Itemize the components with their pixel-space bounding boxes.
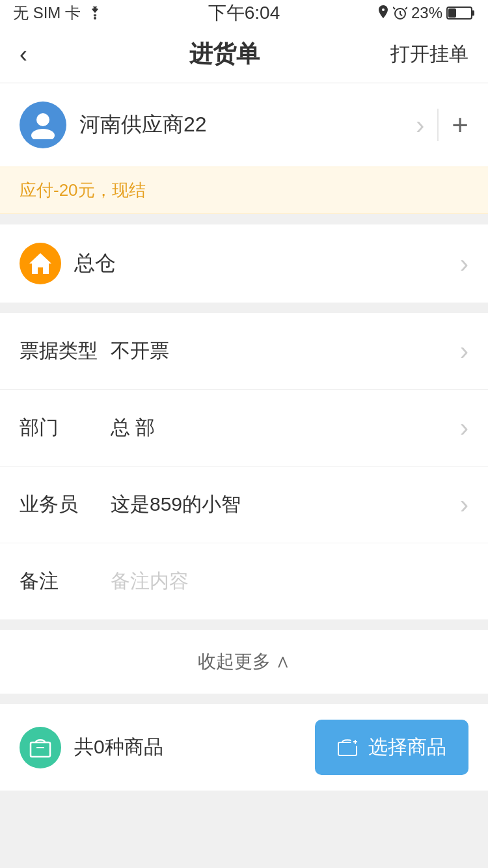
open-pending-button[interactable]: 打开挂单 [390, 41, 468, 68]
product-icon [20, 727, 61, 768]
supplier-name: 河南供应商22 [79, 111, 416, 139]
add-supplier-button[interactable]: + [452, 109, 468, 141]
select-cart-icon [337, 737, 360, 759]
house-icon [28, 252, 53, 275]
remark-label: 备注 [20, 568, 98, 595]
dept-value: 总 部 [98, 414, 460, 441]
svg-rect-6 [448, 8, 456, 18]
notice-text: 应付-20元，现结 [20, 180, 146, 200]
svg-rect-10 [31, 742, 50, 757]
status-bar-right: 23% [377, 4, 475, 22]
supplier-row[interactable]: 河南供应商22 + [0, 83, 488, 167]
supplier-section: 河南供应商22 + 应付-20元，现结 [0, 83, 488, 214]
supplier-avatar [20, 102, 66, 148]
svg-marker-9 [29, 253, 51, 274]
wifi-icon [86, 7, 104, 20]
alarm-icon [393, 6, 407, 20]
product-count: 共0种商品 [74, 734, 315, 761]
salesperson-row[interactable]: 业务员 这是859的小智 [0, 467, 488, 543]
person-avatar-icon [29, 111, 57, 139]
remark-row[interactable]: 备注 备注内容 [0, 543, 488, 619]
salesperson-arrow-icon [460, 491, 468, 518]
dept-row[interactable]: 部门 总 部 [0, 390, 488, 467]
salesperson-label: 业务员 [20, 491, 98, 518]
invoice-type-row[interactable]: 票据类型 不开票 [0, 313, 488, 390]
svg-rect-5 [472, 10, 474, 16]
product-bar: 共0种商品 选择商品 [0, 704, 488, 791]
back-button[interactable]: ‹ [20, 41, 59, 68]
svg-point-0 [94, 17, 96, 20]
invoice-arrow-icon [460, 338, 468, 364]
status-bar: 无 SIM 卡 下午6:04 23% [0, 0, 488, 26]
location-icon [377, 5, 389, 21]
notice-banner: 应付-20元，现结 [0, 167, 488, 214]
supplier-divider [437, 109, 439, 141]
dept-arrow-icon [460, 414, 468, 441]
battery-text: 23% [411, 4, 442, 22]
warehouse-arrow-icon [460, 251, 468, 277]
carrier-text: 无 SIM 卡 [13, 3, 81, 23]
content-area: 河南供应商22 + 应付-20元，现结 总仓 票据类型 不开票 [0, 83, 488, 791]
battery-icon [446, 6, 475, 20]
remark-input[interactable]: 备注内容 [98, 568, 468, 595]
shopping-icon [28, 736, 53, 759]
warehouse-name: 总仓 [74, 249, 460, 278]
invoice-type-label: 票据类型 [20, 338, 98, 364]
collapse-button[interactable]: 收起更多 ∧ [0, 630, 488, 694]
select-products-label: 选择商品 [368, 734, 446, 761]
svg-point-7 [36, 113, 49, 126]
status-bar-time: 下午6:04 [208, 1, 280, 25]
svg-line-3 [400, 14, 402, 16]
select-products-button[interactable]: 选择商品 [315, 720, 468, 775]
dept-label: 部门 [20, 414, 98, 441]
supplier-arrow-icon [416, 112, 424, 139]
svg-point-8 [31, 129, 55, 139]
warehouse-icon [20, 243, 61, 284]
warehouse-section: 总仓 [0, 224, 488, 303]
invoice-type-value: 不开票 [98, 338, 460, 364]
page-title: 进货单 [189, 38, 260, 70]
status-bar-left: 无 SIM 卡 [13, 3, 104, 23]
collapse-label: 收起更多 ∧ [198, 649, 291, 674]
nav-bar: ‹ 进货单 打开挂单 [0, 26, 488, 83]
salesperson-value: 这是859的小智 [98, 491, 460, 518]
warehouse-row[interactable]: 总仓 [0, 224, 488, 303]
form-section: 票据类型 不开票 部门 总 部 业务员 这是859的小智 备注 备注内容 [0, 313, 488, 619]
